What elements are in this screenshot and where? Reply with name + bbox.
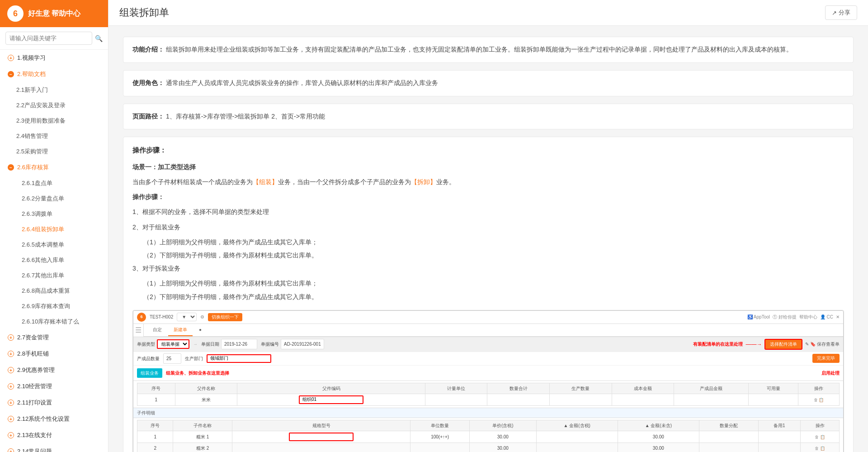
sidebar-item-customize[interactable]: + 2.12系统个性化设置 (0, 411, 108, 427)
col-cost: 成本金额 (612, 383, 674, 394)
path-text: 1、库存核算->库存管理->组装拆卸单 2、首页->常用功能 (166, 113, 325, 120)
mock-help-icon: 帮助中心 (799, 313, 817, 321)
mock-child-table-wrap: 序号 子件名称 规格型号 单位数量 单价(含税) ▲ 金额(含税) ▲ 金额(未… (133, 418, 843, 452)
mock-menu-icon[interactable]: ☰ (135, 324, 142, 336)
mock-tab-custom[interactable]: 自定 (147, 324, 167, 336)
sidebar-item-data[interactable]: 2.3使用前数据准备 (0, 113, 108, 128)
cell-finish-cost (674, 394, 749, 405)
mock-tab-new[interactable]: 新建单 (168, 324, 193, 336)
mock-code-input[interactable] (299, 395, 363, 404)
sidebar-item-adjust[interactable]: 2.6.3调拨单 (0, 206, 108, 222)
mobile-plus-icon: + (7, 350, 14, 357)
sidebar-item-inventory[interactable]: − 2.6库存核算 (0, 159, 108, 176)
sidebar-item-otherin[interactable]: 2.6.6其他入库单 (0, 252, 108, 268)
content-area: 功能介绍： 组装拆卸单用来处理企业组装或拆卸等加工业务，支持有固定装配清单的产品… (108, 26, 868, 452)
sidebar-item-biz[interactable]: + 2.10经营管理 (0, 378, 108, 395)
path-card: 页面路径： 1、库存核算->库存管理->组装拆卸单 2、首页->常用功能 (123, 104, 854, 130)
mock-parent-table: 序号 父件名称 父件编码 计量单位 数量合计 生产数量 成本金额 产成品金额 可 (137, 383, 840, 406)
child-col-alloc: 数量分配 (699, 420, 758, 431)
annotation1-area: 有装配清单的在这里处理 ——→ 选择配件清单 ✎ 🔖 保存查看单 (693, 339, 840, 350)
child-col-name: 子件名称 (173, 420, 232, 431)
mock-confirm-btn[interactable]: 完来完毕 (812, 354, 840, 363)
sidebar-item-purchase[interactable]: 2.5采购管理 (0, 144, 108, 159)
mock-confirm-btn-area: 完来完毕 (812, 354, 840, 363)
sidebar-item-mobile[interactable]: + 2.8手机旺铺 (0, 346, 108, 362)
sidebar-item-video[interactable]: + 1.视频学习 (0, 50, 108, 66)
sidebar-item-pay[interactable]: + 2.13在线支付 (0, 427, 108, 443)
mock-logo: 6 (137, 313, 146, 322)
sidebar-item-count[interactable]: 2.6.1盘点单 (0, 176, 108, 191)
search-box: 🔍 (0, 27, 108, 50)
sidebar-item-new[interactable]: 2.1新手入门 (0, 82, 108, 98)
ops-title: 操作步骤： (132, 144, 844, 156)
sidebar-item-docs[interactable]: − 2.帮助文档 (0, 66, 108, 82)
screenshot-container: 6 TEST-H002 ▼ ⚙ 切换组织一下 ♿ AppTool ① 好给你提 … (132, 310, 844, 452)
mock-type-label: 单据类型 (137, 340, 155, 348)
sub-step-assemble-2: （2）下部明细为子件明细，最终作为原材料生成其它出库单。 (132, 250, 844, 261)
cell-parent-name: 米米 (175, 394, 237, 405)
sidebar-item-costrecompute[interactable]: 2.6.8商品成本重算 (0, 283, 108, 299)
sidebar: 6 好生意 帮助中心 🔍 + 1.视频学习 − 2.帮助文档 2.1新手入门 2… (0, 0, 108, 452)
annotation3-text: 启用处理 (821, 369, 840, 377)
mock-code-field: 单据编号 AD-20191226-001 (261, 339, 324, 349)
mock-date-field: 单据日期 2019-12-26 (201, 339, 257, 349)
child-col-unit-qty: 单位数量 (410, 420, 470, 431)
mock-type-field: 单据类型 组装单据 拆卸单据 (137, 339, 189, 349)
sub-step-disassemble-2: （2）下部明细为子件明细，最终作为产成品生成其它入库单。 (132, 291, 844, 303)
step3: 3、对于拆装业务 (132, 263, 844, 274)
role-card: 使用角色： 通常由生产人员或库管人员完成拆装业务的操作，库管人员确认原材料的出库… (123, 70, 854, 96)
sidebar-item-install[interactable]: 2.2产品安装及登录 (0, 98, 108, 113)
sidebar-item-install-label: 2.2产品安装及登录 (16, 102, 66, 109)
sidebar-item-costadjust[interactable]: 2.6.5成本调整单 (0, 237, 108, 252)
action-icon[interactable]: 🗑 📋 (814, 398, 824, 402)
faq-plus-icon: + (7, 448, 14, 452)
sidebar-item-coupon[interactable]: + 2.9优惠券管理 (0, 362, 108, 378)
mock-company-select[interactable]: ▼ (177, 313, 197, 321)
main-area: 组装拆卸单 ↗ 分享 功能介绍： 组装拆卸单用来处理企业组装或拆卸等加工业务，支… (108, 0, 868, 452)
main-header: 组装拆卸单 ↗ 分享 (108, 0, 868, 26)
mock-arrow-icon: → (193, 340, 198, 348)
mock-nav-btn[interactable]: 切换组织一下 (208, 313, 242, 321)
ops-step-title: 操作步骤： (132, 191, 844, 203)
mock-alert-icon: ① 好给你提 (773, 313, 797, 321)
screenshot-mock: 6 TEST-H002 ▼ ⚙ 切换组织一下 ♿ AppTool ① 好给你提 … (133, 310, 844, 452)
cell-cost (612, 394, 674, 405)
sidebar-item-otherout[interactable]: 2.6.7其他出库单 (0, 268, 108, 283)
annotation2-text: 组装业务、拆卸业务在这里选择 (166, 369, 229, 377)
sidebar-item-ledger-err[interactable]: 2.6.10库存账本错了么 (0, 314, 108, 329)
mock-qty-label: 产成品数量 (137, 355, 160, 362)
child-action-icon-2[interactable]: 🗑 📋 (815, 446, 825, 451)
mock-dept-label: 生产部门 (185, 355, 203, 362)
biz-plus-icon: + (7, 383, 14, 390)
mock-close-icon[interactable]: ✕ (836, 313, 840, 321)
mock-dept-input[interactable] (207, 354, 271, 363)
sidebar-item-purchase-label: 2.5采购管理 (16, 148, 48, 155)
sidebar-item-assemble[interactable]: 2.6.4组装拆卸单 (0, 222, 108, 237)
mock-sync-icon: ⚙ (200, 313, 204, 321)
sidebar-item-faq[interactable]: + 2.14常见问题 (0, 443, 108, 452)
mock-tab-dot[interactable]: ● (193, 324, 207, 336)
col-finish-cost: 产成品金额 (674, 383, 749, 394)
search-input[interactable] (5, 32, 92, 45)
mock-date-value: 2019-12-26 (221, 339, 257, 349)
role-label: 使用角色： (132, 79, 164, 86)
annotation1-text: 有装配清单的在这里处理 (693, 340, 743, 348)
sidebar-item-finance[interactable]: + 2.7资金管理 (0, 329, 108, 346)
sidebar-title: 好生意 帮助中心 (28, 9, 80, 19)
mock-screen: 6 TEST-H002 ▼ ⚙ 切换组织一下 ♿ AppTool ① 好给你提 … (133, 310, 844, 452)
mock-select-bom-btn[interactable]: 选择配件清单 (764, 339, 802, 350)
sidebar-item-ledger[interactable]: 2.6.9库存账本查询 (0, 299, 108, 314)
sidebar-item-split[interactable]: 2.6.2分量盘点单 (0, 191, 108, 206)
sidebar-item-sales[interactable]: 2.4销售管理 (0, 128, 108, 144)
mock-type-select[interactable]: 组装单据 拆卸单据 (157, 339, 189, 349)
mock-child-table: 序号 子件名称 规格型号 单位数量 单价(含税) ▲ 金额(含税) ▲ 金额(未… (137, 420, 840, 452)
sidebar-item-data-label: 2.3使用前数据准备 (16, 117, 66, 124)
child-action-icon[interactable]: 🗑 📋 (815, 435, 825, 439)
sub-step-disassemble-1: （1）上部明细为父件明细，最终作为原材料生成其它出库单； (132, 278, 844, 289)
mock-app-icon: ♿ AppTool (747, 313, 770, 321)
cell-prod-qty (550, 394, 612, 405)
share-button[interactable]: ↗ 分享 (825, 5, 857, 20)
search-button[interactable]: 🔍 (95, 35, 103, 42)
mock-child-input[interactable] (289, 433, 354, 441)
sidebar-item-print[interactable]: + 2.11打印设置 (0, 395, 108, 411)
